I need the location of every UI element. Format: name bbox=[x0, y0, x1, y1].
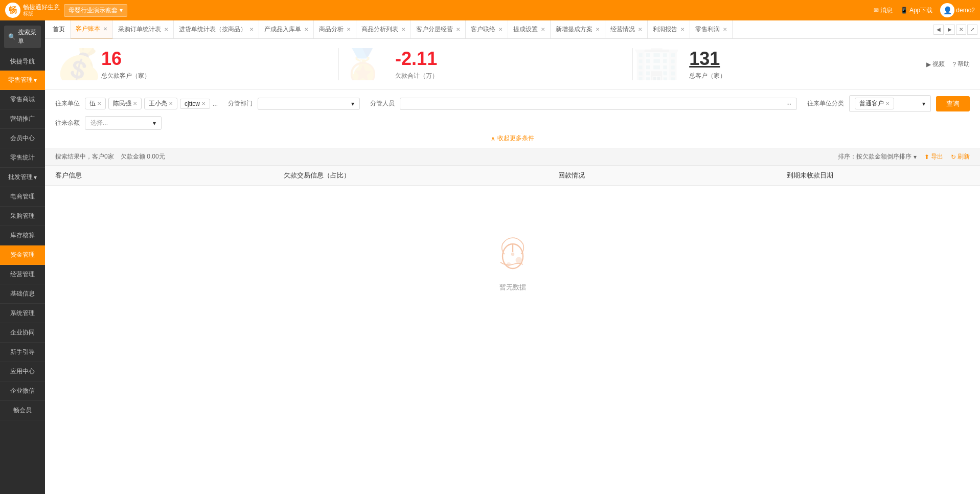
tag-cjttcw[interactable]: cjttcw ✕ bbox=[180, 99, 210, 109]
video-icon: ▶ bbox=[926, 61, 931, 68]
sidebar-item-wholesale[interactable]: 批发管理 ▾ bbox=[0, 168, 45, 187]
tab-home[interactable]: 首页 bbox=[48, 20, 71, 39]
person-select[interactable]: ··· bbox=[400, 98, 797, 110]
tab-close-new-commission[interactable]: ✕ bbox=[596, 27, 600, 32]
tab-next-arrow[interactable]: ▶ bbox=[945, 25, 955, 35]
unit-filter-label: 往来单位 bbox=[55, 99, 80, 108]
sidebar-item-chang-member[interactable]: 畅会员 bbox=[0, 401, 45, 420]
tab-retail-profit[interactable]: 零售利润 ✕ bbox=[690, 20, 733, 39]
logo-title: 畅捷通好生意 bbox=[23, 4, 60, 11]
tag-wu[interactable]: 伍 ✕ bbox=[85, 98, 106, 109]
sidebar-item-enterprise-collab[interactable]: 企业协同 bbox=[0, 323, 45, 343]
tab-new-commission[interactable]: 新增提成方案 ✕ bbox=[551, 20, 605, 39]
stat-actions: ▶ 视频 ? 帮助 bbox=[926, 60, 970, 69]
sort-button[interactable]: 排序：按欠款金额倒序排序 ▾ bbox=[838, 152, 917, 161]
tab-close-retail-profit[interactable]: ✕ bbox=[723, 27, 727, 32]
sidebar-item-basic-info[interactable]: 基础信息 bbox=[0, 284, 45, 304]
tab-close-product-list[interactable]: ✕ bbox=[401, 27, 405, 32]
workspace-selector[interactable]: 母婴行业演示账套 ▾ bbox=[64, 4, 127, 17]
tab-business-status[interactable]: 经营情况 ✕ bbox=[605, 20, 648, 39]
stat-debt-label: 欠款合计（万） bbox=[395, 72, 438, 80]
sidebar-item-retail[interactable]: 零售管理 ▾ bbox=[0, 71, 45, 90]
help-button[interactable]: ? 帮助 bbox=[952, 60, 970, 69]
logo-subtitle: 标版 bbox=[23, 11, 60, 17]
balance-select[interactable]: 选择... ▾ bbox=[85, 116, 162, 130]
sidebar-item-enterprise-wechat[interactable]: 企业微信 bbox=[0, 381, 45, 401]
person-filter-label: 分管人员 bbox=[370, 99, 395, 108]
tab-purchase-order-stats[interactable]: 采购订单统计表 ✕ bbox=[113, 20, 174, 39]
unit-type-select[interactable]: 普通客户 ✕ ▾ bbox=[849, 95, 931, 112]
tab-expand[interactable]: ⤢ bbox=[967, 25, 977, 35]
tab-customer-tier[interactable]: 客户分层经营 ✕ bbox=[411, 20, 466, 39]
sidebar-item-marketing[interactable]: 营销推广 bbox=[0, 109, 45, 129]
tab-close-purchase-order-stats[interactable]: ✕ bbox=[164, 27, 168, 32]
top-bar-right: ✉ 消息 📱 App下载 👤 demo2 bbox=[874, 3, 975, 17]
user-menu[interactable]: 👤 demo2 bbox=[940, 3, 975, 17]
tab-product-analysis[interactable]: 商品分析 ✕ bbox=[314, 20, 356, 39]
tab-customer-contact[interactable]: 客户联络 ✕ bbox=[466, 20, 508, 39]
tab-close-commission-settings[interactable]: ✕ bbox=[541, 27, 545, 32]
tag-close-chen[interactable]: ✕ bbox=[133, 101, 137, 106]
tab-close-customer-ledger[interactable]: ✕ bbox=[103, 26, 107, 32]
tab-close-profit-report[interactable]: ✕ bbox=[680, 27, 685, 32]
dept-select[interactable]: ▾ bbox=[258, 98, 360, 110]
sidebar-item-newbie[interactable]: 新手引导 bbox=[0, 343, 45, 362]
tag-close-cjttcw[interactable]: ✕ bbox=[201, 101, 206, 106]
message-button[interactable]: ✉ 消息 bbox=[874, 6, 893, 15]
sidebar-item-operations[interactable]: 经营管理 bbox=[0, 265, 45, 284]
stat-all-customers: 🏢 131 总客户（家） bbox=[633, 48, 926, 80]
tag-close-wang[interactable]: ✕ bbox=[169, 101, 173, 106]
sidebar-item-inventory[interactable]: 库存核算 bbox=[0, 226, 45, 245]
query-button[interactable]: 查询 bbox=[936, 96, 970, 111]
svg-point-3 bbox=[515, 257, 522, 264]
sidebar-item-system[interactable]: 系统管理 bbox=[0, 304, 45, 323]
download-icon: 📱 bbox=[900, 7, 908, 14]
unit-type-label: 往来单位分类 bbox=[807, 99, 844, 108]
chevron-down-icon: ▾ bbox=[914, 153, 917, 161]
tag-close-wu[interactable]: ✕ bbox=[97, 101, 101, 106]
sidebar-item-member-center[interactable]: 会员中心 bbox=[0, 129, 45, 148]
tab-close-business-status[interactable]: ✕ bbox=[638, 27, 642, 32]
tab-customer-ledger[interactable]: 客户账本 ✕ bbox=[71, 20, 113, 39]
chevron-down-icon: ▾ bbox=[34, 174, 37, 181]
tab-close-product-analysis[interactable]: ✕ bbox=[347, 27, 351, 32]
tab-purchase-stats-by-product[interactable]: 进货单统计表（按商品） ✕ bbox=[174, 20, 259, 39]
sidebar-item-quick-nav[interactable]: 快捷导航 bbox=[0, 53, 45, 71]
refresh-button[interactable]: ↻ 刷新 bbox=[951, 152, 970, 161]
tab-close-all[interactable]: ✕ bbox=[956, 25, 966, 35]
export-button[interactable]: ⬆ 导出 bbox=[924, 152, 943, 161]
stat-all-label: 总客户（家） bbox=[689, 72, 726, 80]
col-header-customer: 客户信息 bbox=[55, 171, 284, 180]
search-menu-button[interactable]: 🔍 搜索菜单 bbox=[4, 26, 41, 48]
tab-prev-arrow[interactable]: ◀ bbox=[933, 25, 944, 35]
dept-filter-label: 分管部门 bbox=[228, 99, 253, 108]
tab-finished-goods[interactable]: 产成品入库单 ✕ bbox=[259, 20, 314, 39]
tab-close-customer-contact[interactable]: ✕ bbox=[498, 27, 503, 32]
tag-wang[interactable]: 王小亮 ✕ bbox=[144, 98, 177, 109]
empty-icon bbox=[487, 227, 538, 278]
sidebar-item-finance[interactable]: 资金管理 bbox=[0, 245, 45, 265]
tab-close-customer-tier[interactable]: ✕ bbox=[456, 27, 460, 32]
more-tags-button[interactable]: ... bbox=[213, 100, 218, 107]
collapse-button[interactable]: ∧ 收起更多条件 bbox=[491, 134, 534, 143]
tab-commission-settings[interactable]: 提成设置 ✕ bbox=[508, 20, 551, 39]
unit-type-tag[interactable]: 普通客户 ✕ bbox=[855, 98, 894, 109]
video-button[interactable]: ▶ 视频 bbox=[926, 60, 945, 69]
tab-profit-report[interactable]: 利润报告 ✕ bbox=[648, 20, 690, 39]
stat-customers-number: 16 bbox=[101, 48, 150, 70]
sidebar-item-ecommerce[interactable]: 电商管理 bbox=[0, 187, 45, 207]
sidebar-item-retail-mall[interactable]: 零售商城 bbox=[0, 90, 45, 109]
search-icon: 🔍 bbox=[8, 33, 16, 40]
empty-text: 暂无数据 bbox=[499, 283, 526, 292]
tag-close-unit-type[interactable]: ✕ bbox=[885, 101, 890, 106]
sidebar-item-app-center[interactable]: 应用中心 bbox=[0, 362, 45, 381]
sidebar-item-retail-stats[interactable]: 零售统计 bbox=[0, 148, 45, 168]
tab-product-analysis-list[interactable]: 商品分析列表 ✕ bbox=[356, 20, 411, 39]
logo-icon: 畅 bbox=[5, 3, 20, 18]
tab-close-purchase-stats[interactable]: ✕ bbox=[249, 27, 254, 32]
tab-close-finished-goods[interactable]: ✕ bbox=[304, 27, 308, 32]
chevron-up-icon: ∧ bbox=[491, 135, 495, 142]
app-download-button[interactable]: 📱 App下载 bbox=[900, 6, 932, 15]
sidebar-item-procurement[interactable]: 采购管理 bbox=[0, 207, 45, 226]
tag-chen[interactable]: 陈民强 ✕ bbox=[108, 98, 142, 109]
